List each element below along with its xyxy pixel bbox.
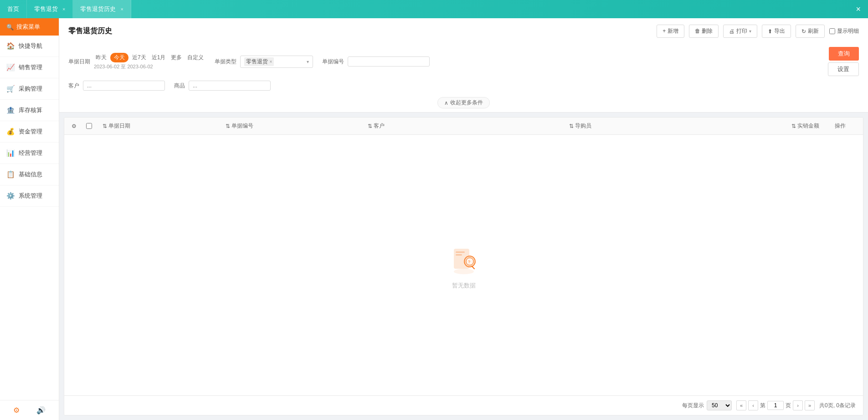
per-page-select[interactable]: 10 20 50 100	[707, 400, 732, 410]
purchase-icon: 🛒	[6, 85, 15, 93]
collapse-button[interactable]: ∧ 收起更多条件	[437, 97, 490, 108]
sidebar-item-inventory-label: 库存核算	[19, 106, 42, 114]
print-label: 打印	[736, 27, 747, 35]
th-customer: ⇅ 客户	[365, 118, 566, 133]
sidebar-item-sales[interactable]: 📈 销售管理	[0, 57, 59, 78]
th-date-label: 单据日期	[108, 122, 130, 130]
sidebar-item-system[interactable]: ⚙️ 系统管理	[0, 185, 59, 207]
top-bar: 首页 零售退货 × 零售退货历史 × ×	[0, 0, 868, 18]
type-tag-close[interactable]: ×	[269, 59, 272, 64]
page-number-input[interactable]	[767, 401, 784, 410]
search-icon: 🔍	[6, 24, 14, 31]
sidebar-item-finance[interactable]: 💰 资金管理	[0, 121, 59, 143]
num-filter-input[interactable]	[348, 56, 430, 67]
tab-retail-return-close[interactable]: ×	[62, 6, 65, 12]
settings-bottom-button[interactable]: ⚙	[13, 406, 20, 415]
goods-filter-label: 商品	[174, 82, 185, 90]
svg-text:?: ?	[468, 260, 470, 264]
th-num-label: 单据编号	[231, 122, 253, 130]
tab-retail-return-label: 零售退货	[34, 5, 58, 13]
refresh-button[interactable]: ↻ 刷新	[796, 25, 825, 38]
display-detail-checkbox[interactable]: 显示明细	[829, 27, 859, 35]
sidebar-item-inventory[interactable]: 🏦 库存核算	[0, 100, 59, 121]
pagination-bar: 每页显示 10 20 50 100 « ‹ 第 页 › »	[64, 395, 863, 415]
sort-customer-icon[interactable]: ⇅	[368, 123, 372, 129]
type-tag-value: 零售退货	[246, 58, 268, 66]
date-btn-custom[interactable]: 自定义	[185, 53, 205, 62]
system-icon: ⚙️	[6, 192, 15, 200]
goods-filter-input[interactable]	[189, 81, 271, 91]
type-dropdown-arrow: ▾	[307, 59, 309, 64]
sort-date-icon[interactable]: ⇅	[103, 123, 107, 129]
sort-guide-icon[interactable]: ⇅	[569, 123, 574, 129]
select-all-checkbox[interactable]	[86, 123, 92, 129]
sidebar-item-purchase[interactable]: 🛒 采购管理	[0, 78, 59, 100]
table-header: ⚙ ⇅ 单据日期 ⇅ 单据编号 ⇅ 客户 ⇅ 导购员	[64, 118, 863, 135]
sort-num-icon[interactable]: ⇅	[226, 123, 230, 129]
date-btn-more[interactable]: 更多	[169, 53, 184, 62]
tab-retail-return-history[interactable]: 零售退货历史 ×	[73, 0, 131, 18]
type-tag: 零售退货 ×	[244, 57, 274, 66]
page-label: 第	[760, 402, 765, 410]
th-settings[interactable]: ⚙	[69, 119, 83, 133]
sidebar-item-purchase-label: 采购管理	[19, 85, 42, 93]
th-checkbox[interactable]	[83, 119, 100, 133]
sidebar-item-basicinfo[interactable]: 📋 基础信息	[0, 164, 59, 185]
query-button[interactable]: 查询	[829, 47, 859, 61]
type-filter-label: 单据类型	[215, 58, 236, 66]
date-btn-today[interactable]: 今天	[110, 53, 128, 62]
filter-row-2: 客户 商品	[68, 81, 859, 91]
sidebar-item-operations-label: 经营管理	[19, 149, 42, 157]
sidebar-search-label: 搜索菜单	[16, 23, 40, 31]
page-next-button[interactable]: ›	[793, 400, 803, 410]
volume-bottom-button[interactable]: 🔊	[36, 406, 46, 415]
new-button[interactable]: + 新增	[657, 25, 684, 38]
type-select[interactable]: 零售退货 × ▾	[240, 56, 313, 68]
sort-amount-icon[interactable]: ⇅	[791, 123, 796, 129]
page-last-button[interactable]: »	[805, 400, 815, 410]
display-detail-label: 显示明细	[837, 27, 859, 35]
sidebar-search[interactable]: 🔍 搜索菜单	[0, 18, 59, 36]
sidebar-item-basicinfo-label: 基础信息	[19, 170, 42, 179]
th-customer-label: 客户	[374, 122, 385, 130]
settings-filter-button[interactable]: 设置	[828, 62, 859, 76]
export-button[interactable]: ⬆ 导出	[762, 25, 791, 38]
window-close-button[interactable]: ×	[848, 5, 868, 14]
th-op: 操作	[822, 118, 858, 133]
operations-icon: 📊	[6, 149, 15, 157]
sidebar-item-operations[interactable]: 📊 经营管理	[0, 143, 59, 164]
page-nav: « ‹ 第 页 › »	[736, 400, 815, 410]
th-guide-label: 导购员	[575, 122, 591, 130]
num-filter-label: 单据编号	[322, 58, 344, 66]
customer-filter-input[interactable]	[83, 81, 165, 91]
finance-icon: 💰	[6, 128, 15, 136]
print-button[interactable]: 🖨 打印 ▾	[723, 25, 757, 38]
date-btn-7days[interactable]: 近7天	[130, 53, 148, 62]
filter-row-1: 单据日期 昨天 今天 近7天 近1月 更多 自定义 2023-06-02 至 2…	[68, 47, 859, 76]
sidebar-item-quicknav[interactable]: 🏠 快捷导航	[0, 36, 59, 57]
date-btn-1month[interactable]: 近1月	[150, 53, 168, 62]
page-prev-button[interactable]: ‹	[748, 400, 758, 410]
tab-retail-return[interactable]: 零售退货 ×	[27, 0, 73, 18]
date-filter-field: 单据日期 昨天 今天 近7天 近1月 更多 自定义 2023-06-02 至 2…	[68, 53, 205, 70]
export-label: 导出	[774, 27, 785, 35]
filter-area: 单据日期 昨天 今天 近7天 近1月 更多 自定义 2023-06-02 至 2…	[68, 43, 859, 112]
print-icon: 🖨	[729, 28, 734, 35]
refresh-label: 刷新	[808, 27, 819, 35]
page-suffix: 页	[786, 402, 791, 410]
svg-rect-2	[456, 251, 465, 253]
th-num: ⇅ 单据编号	[223, 118, 365, 133]
svg-line-6	[472, 266, 474, 269]
page-first-button[interactable]: «	[736, 400, 746, 410]
sidebar-item-system-label: 系统管理	[19, 192, 42, 200]
svg-point-0	[454, 269, 474, 274]
tab-retail-return-history-close[interactable]: ×	[120, 6, 123, 12]
page-title: 零售退货历史	[68, 26, 112, 36]
delete-button[interactable]: 🗑 删除	[689, 25, 719, 38]
date-btn-yesterday[interactable]: 昨天	[94, 53, 108, 62]
tab-home[interactable]: 首页	[0, 0, 27, 18]
display-detail-input[interactable]	[829, 28, 835, 34]
th-guide: ⇅ 导购员	[566, 118, 719, 133]
date-buttons-group: 昨天 今天 近7天 近1月 更多 自定义 2023-06-02 至 2023-0…	[94, 53, 205, 70]
goods-filter-field: 商品	[174, 81, 271, 91]
